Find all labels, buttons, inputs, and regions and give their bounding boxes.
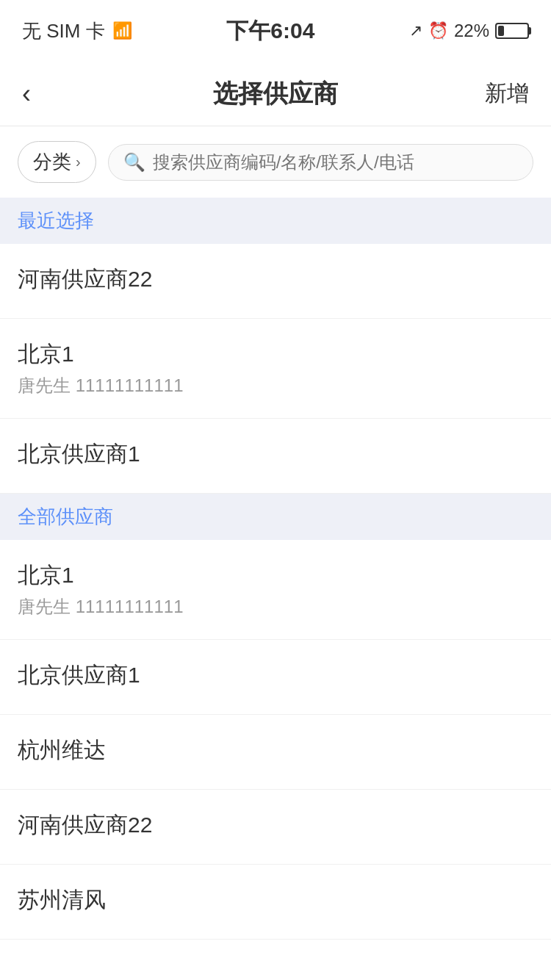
sim-label: 无 SIM 卡: [22, 18, 105, 44]
filter-bar: 分类 › 🔍: [0, 126, 551, 198]
search-input[interactable]: [153, 152, 518, 173]
item-name: 河南供应商22: [18, 810, 533, 840]
list-item[interactable]: 北京供应商1: [0, 419, 551, 494]
list-item[interactable]: 北京1唐先生 11111111111: [0, 319, 551, 419]
item-sub: 唐先生 11111111111: [18, 374, 533, 397]
recent-list: 河南供应商22北京1唐先生 11111111111北京供应商1: [0, 244, 551, 494]
list-item[interactable]: 北京1唐先生 11111111111: [0, 540, 551, 640]
item-name: 北京供应商1: [18, 660, 533, 691]
back-button[interactable]: ‹: [22, 79, 66, 109]
status-time: 下午6:04: [226, 16, 314, 46]
all-list: 北京1唐先生 11111111111北京供应商1杭州维达河南供应商22苏州清风: [0, 540, 551, 940]
chevron-right-icon: ›: [76, 154, 81, 170]
battery-icon: [495, 23, 529, 39]
battery-percent: 22%: [454, 21, 489, 41]
item-name: 北京1: [18, 561, 533, 591]
item-name: 杭州维达: [18, 735, 533, 765]
add-button[interactable]: 新增: [485, 79, 529, 109]
search-icon: 🔍: [123, 152, 145, 173]
all-section-header: 全部供应商: [0, 494, 551, 540]
location-icon: ↗: [409, 21, 422, 40]
list-item[interactable]: 河南供应商22: [0, 244, 551, 319]
item-sub: 唐先生 11111111111: [18, 595, 533, 619]
item-name: 北京1: [18, 339, 533, 370]
status-bar: 无 SIM 卡 📶 下午6:04 ↗ ⏰ 22%: [0, 0, 551, 62]
list-item[interactable]: 河南供应商22: [0, 790, 551, 865]
page-title: 选择供应商: [213, 77, 338, 111]
item-name: 北京供应商1: [18, 439, 533, 469]
wifi-icon: 📶: [112, 21, 132, 40]
list-item[interactable]: 苏州清风: [0, 865, 551, 940]
recent-section-label: 最近选择: [18, 209, 94, 231]
recent-section-header: 最近选择: [0, 198, 551, 244]
all-section-label: 全部供应商: [18, 505, 113, 527]
status-left: 无 SIM 卡 📶: [22, 18, 132, 44]
category-label: 分类: [33, 149, 71, 175]
list-item[interactable]: 北京供应商1: [0, 640, 551, 715]
item-name: 河南供应商22: [18, 264, 533, 295]
nav-bar: ‹ 选择供应商 新增: [0, 62, 551, 126]
item-name: 苏州清风: [18, 885, 533, 915]
category-filter-button[interactable]: 分类 ›: [18, 141, 96, 183]
list-item[interactable]: 杭州维达: [0, 715, 551, 790]
search-box: 🔍: [108, 144, 533, 181]
alarm-icon: ⏰: [428, 21, 448, 40]
status-right: ↗ ⏰ 22%: [409, 21, 529, 41]
